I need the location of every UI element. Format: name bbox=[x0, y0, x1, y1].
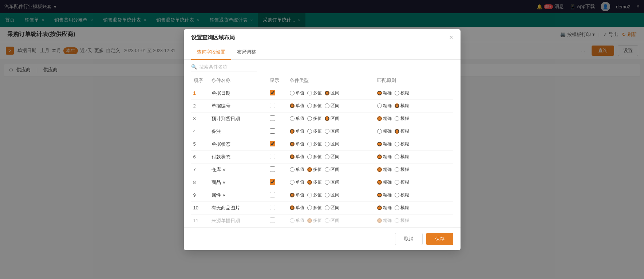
row-match-opt-精确-6[interactable]: 精确 bbox=[377, 166, 392, 173]
row-match-group-4: 精确模糊 bbox=[377, 141, 451, 147]
row-type-group-4: 单值多值区间 bbox=[290, 141, 373, 147]
row-type-opt-区间-1[interactable]: 区间 bbox=[325, 103, 339, 109]
row-match-opt-模糊-2[interactable]: 模糊 bbox=[395, 115, 409, 122]
row-match-opt-模糊-10[interactable]: 模糊 bbox=[395, 217, 409, 224]
row-type-opt-区间-10[interactable]: 区间 bbox=[325, 217, 339, 224]
col-match-header: 匹配原则 bbox=[375, 74, 453, 87]
row-match-opt-精确-7[interactable]: 精确 bbox=[377, 179, 392, 185]
table-row: 8商品 ∨单值多值区间精确模糊 bbox=[191, 176, 453, 189]
row-type-opt-单值-9[interactable]: 单值 bbox=[290, 205, 304, 211]
row-name-6: 仓库 ∨ bbox=[212, 167, 226, 172]
row-type-opt-单值-6[interactable]: 单值 bbox=[290, 166, 304, 173]
row-type-opt-单值-3[interactable]: 单值 bbox=[290, 128, 304, 134]
row-match-group-1: 精确模糊 bbox=[377, 103, 451, 109]
row-match-opt-精确-3[interactable]: 精确 bbox=[377, 128, 392, 134]
row-type-opt-区间-8[interactable]: 区间 bbox=[325, 192, 339, 198]
row-type-opt-区间-7[interactable]: 区间 bbox=[325, 179, 339, 185]
row-match-opt-精确-5[interactable]: 精确 bbox=[377, 154, 392, 160]
row-display-cb-9[interactable] bbox=[270, 205, 275, 210]
row-type-opt-区间-4[interactable]: 区间 bbox=[325, 141, 339, 147]
row-match-opt-模糊-7[interactable]: 模糊 bbox=[395, 179, 409, 185]
row-type-opt-单值-2[interactable]: 单值 bbox=[290, 115, 304, 122]
row-match-opt-精确-2[interactable]: 精确 bbox=[377, 115, 392, 122]
row-type-opt-单值-1[interactable]: 单值 bbox=[290, 103, 304, 109]
search-icon: 🔍 bbox=[191, 64, 197, 70]
row-type-opt-区间-9[interactable]: 区间 bbox=[325, 205, 339, 211]
row-match-opt-精确-1[interactable]: 精确 bbox=[377, 103, 392, 109]
row-type-opt-单值-0[interactable]: 单值 bbox=[290, 90, 304, 96]
row-type-opt-区间-0[interactable]: 区间 bbox=[325, 90, 339, 96]
row-display-cb-5[interactable] bbox=[270, 154, 275, 159]
row-match-opt-精确-10[interactable]: 精确 bbox=[377, 217, 392, 224]
row-type-opt-区间-6[interactable]: 区间 bbox=[325, 166, 339, 173]
row-match-group-8: 精确模糊 bbox=[377, 192, 451, 198]
dialog-footer: 取消 保存 bbox=[184, 227, 461, 250]
row-type-opt-区间-5[interactable]: 区间 bbox=[325, 154, 339, 160]
table-row: 7仓库 ∨单值多值区间精确模糊 bbox=[191, 163, 453, 176]
row-name-0: 单据日期 bbox=[212, 90, 230, 96]
row-type-opt-单值-5[interactable]: 单值 bbox=[290, 154, 304, 160]
row-display-cb-3[interactable] bbox=[270, 128, 275, 134]
row-name-4: 单据状态 bbox=[212, 141, 230, 147]
row-match-opt-模糊-1[interactable]: 模糊 bbox=[395, 103, 409, 109]
row-display-cb-0[interactable] bbox=[270, 90, 275, 95]
row-type-opt-多值-3[interactable]: 多值 bbox=[307, 128, 322, 134]
col-type-header: 条件类型 bbox=[288, 74, 375, 87]
row-order-9: 10 bbox=[193, 205, 198, 211]
row-name-10: 来源单据日期 bbox=[212, 218, 240, 223]
col-display-header: 显示 bbox=[268, 74, 288, 87]
row-match-opt-模糊-8[interactable]: 模糊 bbox=[395, 192, 409, 198]
table-row: 10有无商品图片单值多值区间精确模糊 bbox=[191, 201, 453, 214]
row-match-opt-模糊-9[interactable]: 模糊 bbox=[395, 205, 409, 211]
cancel-button[interactable]: 取消 bbox=[395, 233, 423, 245]
row-match-group-5: 精确模糊 bbox=[377, 154, 451, 160]
row-display-cb-6[interactable] bbox=[270, 166, 275, 172]
row-type-group-7: 单值多值区间 bbox=[290, 179, 373, 185]
table-row: 5单据状态单值多值区间精确模糊 bbox=[191, 138, 453, 150]
row-type-opt-单值-7[interactable]: 单值 bbox=[290, 179, 304, 185]
dialog-header: 设置查询区域布局 × bbox=[184, 29, 461, 45]
row-display-cb-2[interactable] bbox=[270, 115, 275, 121]
row-match-opt-精确-0[interactable]: 精确 bbox=[377, 90, 392, 96]
row-match-opt-模糊-6[interactable]: 模糊 bbox=[395, 166, 409, 173]
row-display-cb-4[interactable] bbox=[270, 141, 275, 146]
row-type-opt-多值-10[interactable]: 多值 bbox=[307, 217, 322, 224]
settings-dialog: 设置查询区域布局 × 查询字段设置 布局调整 🔍 顺序 bbox=[184, 29, 461, 250]
row-match-opt-精确-9[interactable]: 精确 bbox=[377, 205, 392, 211]
row-match-opt-模糊-4[interactable]: 模糊 bbox=[395, 141, 409, 147]
row-type-opt-单值-8[interactable]: 单值 bbox=[290, 192, 304, 198]
row-type-opt-多值-5[interactable]: 多值 bbox=[307, 154, 322, 160]
search-input-wrap: 🔍 bbox=[191, 64, 257, 71]
row-name-8: 属性 ∨ bbox=[212, 192, 226, 198]
tab-layout-adjust[interactable]: 布局调整 bbox=[231, 45, 262, 60]
row-type-opt-多值-8[interactable]: 多值 bbox=[307, 192, 322, 198]
row-match-opt-精确-4[interactable]: 精确 bbox=[377, 141, 392, 147]
row-match-group-9: 精确模糊 bbox=[377, 205, 451, 211]
row-type-opt-区间-3[interactable]: 区间 bbox=[325, 128, 339, 134]
row-display-cb-7[interactable] bbox=[270, 179, 275, 185]
dialog-close-button[interactable]: × bbox=[449, 34, 453, 41]
row-type-opt-区间-2[interactable]: 区间 bbox=[325, 115, 339, 122]
row-type-opt-单值-4[interactable]: 单值 bbox=[290, 141, 304, 147]
row-type-opt-多值-9[interactable]: 多值 bbox=[307, 205, 322, 211]
row-type-opt-多值-6[interactable]: 多值 bbox=[307, 166, 322, 173]
row-type-group-10: 单值多值区间 bbox=[290, 217, 373, 224]
row-type-opt-多值-7[interactable]: 多值 bbox=[307, 179, 322, 185]
search-input[interactable] bbox=[199, 64, 254, 70]
row-type-opt-多值-2[interactable]: 多值 bbox=[307, 115, 322, 122]
row-match-opt-模糊-3[interactable]: 模糊 bbox=[395, 128, 409, 134]
row-type-opt-多值-4[interactable]: 多值 bbox=[307, 141, 322, 147]
row-match-opt-模糊-0[interactable]: 模糊 bbox=[395, 90, 409, 96]
row-display-cb-1[interactable] bbox=[270, 103, 275, 108]
row-type-opt-单值-10[interactable]: 单值 bbox=[290, 217, 304, 224]
save-button[interactable]: 保存 bbox=[426, 233, 453, 245]
row-display-cb-8[interactable] bbox=[270, 192, 275, 197]
row-order-7: 8 bbox=[193, 180, 196, 185]
row-match-opt-精确-8[interactable]: 精确 bbox=[377, 192, 392, 198]
row-type-group-5: 单值多值区间 bbox=[290, 154, 373, 160]
row-type-opt-多值-0[interactable]: 多值 bbox=[307, 90, 322, 96]
tab-query-settings[interactable]: 查询字段设置 bbox=[191, 45, 231, 60]
row-display-cb-10[interactable] bbox=[270, 217, 275, 223]
row-type-opt-多值-1[interactable]: 多值 bbox=[307, 103, 322, 109]
row-match-opt-模糊-5[interactable]: 模糊 bbox=[395, 154, 409, 160]
